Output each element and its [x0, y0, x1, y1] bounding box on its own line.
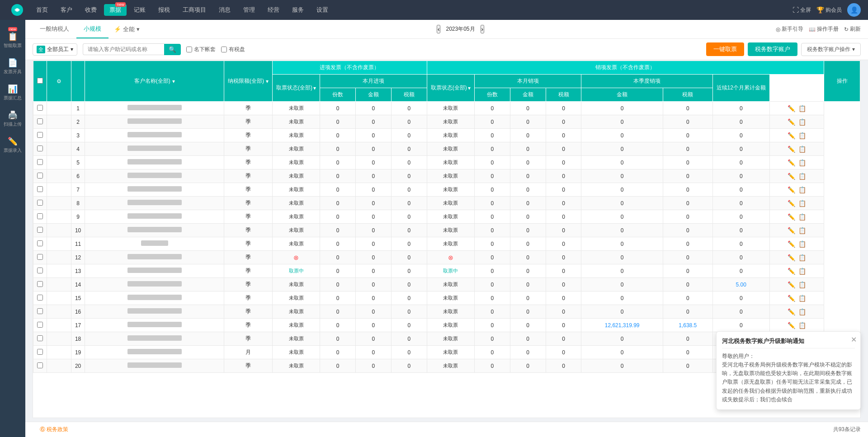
- copy-btn[interactable]: 📋: [798, 322, 806, 329]
- copy-btn[interactable]: 📋: [798, 146, 806, 153]
- copy-btn[interactable]: 📋: [798, 159, 806, 166]
- row-checkbox[interactable]: [37, 213, 43, 219]
- checkbox-subledger[interactable]: 名下帐套: [186, 46, 216, 53]
- row-checkbox[interactable]: [37, 132, 43, 138]
- rolling-value[interactable]: 5.00: [736, 282, 746, 288]
- row-checkbox[interactable]: [37, 105, 43, 111]
- copy-btn[interactable]: 📋: [798, 213, 806, 221]
- row-checkbox[interactable]: [37, 281, 43, 287]
- nav-operation[interactable]: 经营: [262, 4, 285, 16]
- nav-accounting[interactable]: 记账: [128, 4, 151, 16]
- new-guide-link[interactable]: ◎ 新手引导: [776, 25, 803, 33]
- red-tax-value[interactable]: 1,638.5: [679, 322, 697, 329]
- nav-management[interactable]: 管理: [238, 4, 260, 16]
- manual-link[interactable]: 📖 操作手册: [809, 25, 839, 33]
- edit-btn[interactable]: ✏️: [788, 268, 795, 275]
- row-checkbox[interactable]: [37, 308, 43, 314]
- sidebar-item-ticket-summary[interactable]: 📊 票据汇总: [1, 80, 24, 105]
- search-input[interactable]: [83, 43, 164, 55]
- row-checkbox[interactable]: [37, 268, 43, 273]
- member-btn[interactable]: 🏆 购会员: [816, 6, 842, 14]
- row-checkbox[interactable]: [37, 173, 43, 179]
- copy-btn[interactable]: 📋: [798, 105, 806, 112]
- tax-policy-link[interactable]: ⑥ 税务政策: [40, 426, 68, 433]
- nav-service[interactable]: 服务: [287, 4, 309, 16]
- edit-btn[interactable]: ✏️: [788, 105, 795, 112]
- date-prev-btn[interactable]: ‹: [437, 25, 440, 33]
- row-checkbox[interactable]: [37, 186, 43, 192]
- search-button[interactable]: 🔍: [164, 44, 181, 55]
- employee-select[interactable]: 全 全部员工 ▾: [33, 43, 77, 56]
- nav-settings[interactable]: 设置: [311, 4, 334, 16]
- notification-close-btn[interactable]: ✕: [851, 335, 857, 344]
- red-amount-value[interactable]: 12,621,319.99: [605, 322, 640, 329]
- row-checkbox[interactable]: [37, 295, 43, 301]
- nav-billing[interactable]: 收费: [80, 4, 102, 16]
- nav-business[interactable]: 工商项目: [177, 4, 212, 16]
- edit-btn[interactable]: ✏️: [788, 281, 795, 288]
- copy-btn[interactable]: 📋: [798, 295, 806, 302]
- fullscreen-btn[interactable]: ⛶ 全屏: [793, 6, 811, 14]
- row-checkbox[interactable]: [37, 240, 43, 246]
- edit-btn[interactable]: ✏️: [788, 254, 795, 261]
- tab-general-taxpayer[interactable]: 一般纳税人: [33, 20, 76, 38]
- edit-btn[interactable]: ✏️: [788, 159, 795, 166]
- copy-btn[interactable]: 📋: [798, 118, 806, 126]
- quota-filter-icon[interactable]: ▾: [266, 78, 269, 85]
- row-checkbox[interactable]: [37, 362, 43, 368]
- row-checkbox[interactable]: [37, 146, 43, 151]
- row-checkbox[interactable]: [37, 322, 43, 328]
- copy-btn[interactable]: 📋: [798, 173, 806, 180]
- row-checkbox[interactable]: [37, 159, 43, 165]
- tab-full-capability[interactable]: ⚡ 全能 ▾: [108, 23, 145, 36]
- edit-btn[interactable]: ✏️: [788, 240, 795, 248]
- checkbox-tax-disk[interactable]: 有税盘: [221, 46, 245, 53]
- copy-btn[interactable]: 📋: [798, 254, 806, 261]
- sidebar-item-invoice-open[interactable]: 📄 发票开具: [1, 54, 24, 79]
- sidebar-item-scan-upload[interactable]: 🖨️ 扫描上传: [1, 107, 24, 131]
- tax-digital-account-btn[interactable]: 税务数字账户: [748, 42, 797, 56]
- user-avatar[interactable]: 👤: [847, 3, 861, 17]
- tax-digital-account-ops-btn[interactable]: 税务数字账户操作 ▾: [801, 43, 861, 56]
- copy-btn[interactable]: 📋: [798, 308, 806, 315]
- in-status-filter-icon[interactable]: ▾: [313, 85, 316, 91]
- row-checkbox[interactable]: [37, 349, 43, 355]
- nav-ticket[interactable]: 票据 new: [104, 4, 127, 16]
- customer-filter-icon[interactable]: ▾: [172, 78, 175, 85]
- nav-message[interactable]: 消息: [213, 4, 236, 16]
- edit-btn[interactable]: ✏️: [788, 213, 795, 221]
- copy-btn[interactable]: 📋: [798, 200, 806, 207]
- select-all-checkbox[interactable]: [37, 78, 43, 84]
- tab-small-scale[interactable]: 小规模: [76, 20, 108, 38]
- date-next-btn[interactable]: ›: [481, 25, 484, 33]
- nav-customer[interactable]: 客户: [55, 4, 78, 16]
- edit-btn[interactable]: ✏️: [788, 308, 795, 315]
- row-checkbox[interactable]: [37, 227, 43, 233]
- edit-btn[interactable]: ✏️: [788, 322, 795, 329]
- edit-btn[interactable]: ✏️: [788, 132, 795, 139]
- edit-btn[interactable]: ✏️: [788, 295, 795, 302]
- refresh-link[interactable]: ↻ 刷新: [844, 25, 861, 33]
- edit-btn[interactable]: ✏️: [788, 227, 795, 234]
- sidebar-item-smart-ticket[interactable]: new 📋 智能取票: [1, 23, 24, 52]
- copy-btn[interactable]: 📋: [798, 227, 806, 234]
- edit-btn[interactable]: ✏️: [788, 186, 795, 193]
- edit-btn[interactable]: ✏️: [788, 146, 795, 153]
- nav-home[interactable]: 首页: [31, 4, 53, 16]
- out-status-filter-icon[interactable]: ▾: [468, 85, 471, 91]
- copy-btn[interactable]: 📋: [798, 240, 806, 248]
- sidebar-item-ticket-entry[interactable]: ✏️ 票据录入: [1, 133, 24, 157]
- row-checkbox[interactable]: [37, 254, 43, 260]
- copy-btn[interactable]: 📋: [798, 186, 806, 193]
- edit-btn[interactable]: ✏️: [788, 173, 795, 180]
- row-checkbox[interactable]: [37, 118, 43, 124]
- copy-btn[interactable]: 📋: [798, 268, 806, 275]
- edit-btn[interactable]: ✏️: [788, 200, 795, 207]
- row-checkbox[interactable]: [37, 200, 43, 206]
- row-checkbox[interactable]: [37, 335, 43, 341]
- nav-tax[interactable]: 报税: [153, 4, 175, 16]
- edit-btn[interactable]: ✏️: [788, 118, 795, 126]
- copy-btn[interactable]: 📋: [798, 281, 806, 288]
- copy-btn[interactable]: 📋: [798, 132, 806, 139]
- one-click-ticket-btn[interactable]: 一键取票: [706, 42, 744, 56]
